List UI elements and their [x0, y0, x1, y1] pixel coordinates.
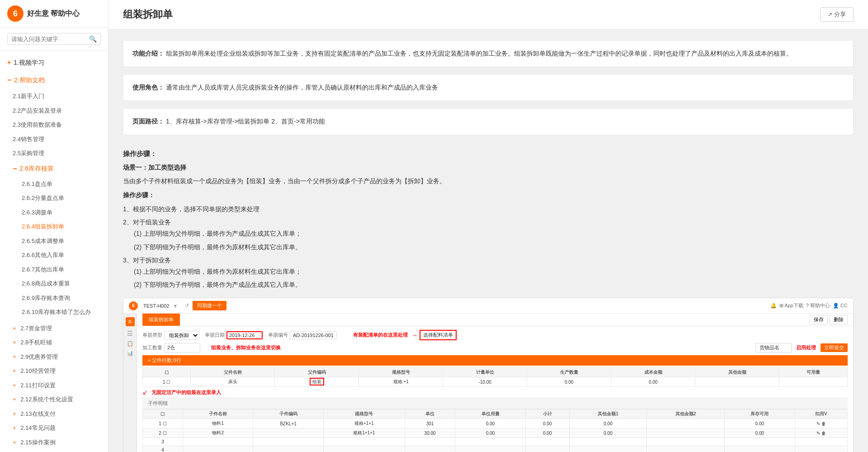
print-plus: + [13, 382, 16, 389]
mock-child-col-code: 子件编码 [253, 409, 323, 419]
mock-child-r2-other1: 0.00 [569, 428, 647, 438]
mock-child-r2-unit: 30.00 [405, 428, 455, 438]
mock-child-r1-qty: 0.00 [455, 419, 525, 428]
mock-delete-btn[interactable]: 删除 [830, 315, 848, 324]
mock-row1-spec: 规格:+1 [359, 377, 443, 387]
nav-list: + 1.视频学习 − 2.帮助文档 2.1新手入门 2.2产品安装及登录 2.3… [0, 51, 108, 452]
mock-count-field: 加工数量 2仓 [142, 343, 200, 352]
scenario1-title: 场景一：加工类型选择 [123, 164, 854, 172]
mock-child-col-other2: 其他金额2 [647, 409, 725, 419]
sidebar-item-print[interactable]: + 2.11打印设置 [13, 378, 108, 393]
mock-no-field: 单据编号 AD-20191226-001 [268, 331, 337, 339]
sidebar-item-2610[interactable]: 2.6.10库存账本错了怎么办 [22, 305, 108, 319]
sidebar-sub-list: 2.1新手入门 2.2产品安装及登录 2.3使用前数据准备 2.4销售管理 2.… [0, 89, 108, 449]
mock-child-r2-stock: 0.00 [725, 428, 795, 438]
sidebar-item-inventory-label: 2.6库存核算 [19, 164, 53, 173]
mock-refresh-icon: ↺ [185, 303, 189, 309]
app-title: 好生意 帮助中心 [27, 9, 80, 19]
mock-date-value[interactable]: 2019-12-26 [226, 331, 263, 339]
search-box: 🔍 [0, 28, 108, 51]
mock-row1-cost: 0.00 [611, 377, 695, 387]
sidebar-item-262[interactable]: 2.6.2分量盘点单 [22, 191, 108, 205]
mock-col-other-amount: 其他金额 [695, 368, 779, 377]
sidebar-item-data-prep[interactable]: 2.3使用前数据准备 [13, 118, 108, 132]
mock-parent-table: ☐ 父件名称 父件编码 规格型号 计量单位 生产数量 成本金额 其他金额 [142, 367, 848, 387]
sidebar-item-faq[interactable]: + 2.14常见问题 [13, 421, 108, 435]
sidebar-item-system[interactable]: + 2.12系统个性化设置 [13, 392, 108, 407]
arrow-icon-5: ↙ [142, 389, 148, 396]
mock-content: 组装拆卸单 保存 删除 [137, 314, 853, 452]
mock-add-label: + 父件行数:0行 [148, 357, 181, 364]
mock-child-r2-subtotal: 0.00 [525, 428, 569, 438]
mock-count-value[interactable]: 2仓 [164, 343, 200, 352]
sidebar-item-263[interactable]: 2.6.3调拨单 [22, 205, 108, 220]
mock-header-right: 🔔 ⊞ App下载 ? 帮助中心 👤 CC [770, 302, 848, 309]
mock-logo-icon: 6 [129, 301, 138, 310]
role-label: 使用角色： [132, 84, 164, 91]
operations-section: 操作步骤： 场景一：加工类型选择 当由多个子件材料组装成一个成品的业务为【组装】… [123, 143, 854, 452]
scenario1-intro: 当由多个子件材料组装成一个成品的业务为【组装】业务，当由一个父件拆分成多个子产品… [123, 176, 854, 187]
mock-tab-active[interactable]: 组装拆卸单 [142, 314, 180, 326]
search-button[interactable]: 🔍 [89, 35, 97, 43]
mock-config-btn[interactable]: 选择配料清单 [420, 330, 457, 340]
sidebar-item-266[interactable]: 2.6.6其他入库单 [22, 248, 108, 262]
screenshot-container: 6 TEST-H002 ▼ ↺ 同期建一个 🔔 ⊞ App下载 ? 帮助中心 [123, 298, 854, 452]
mock-search-field[interactable]: 货物品名 [755, 343, 792, 352]
sidebar-item-265[interactable]: 2.6.5成本调整单 [22, 234, 108, 248]
mock-col-unit-count: 计量单位 [443, 368, 527, 377]
sidebar-item-newcomer[interactable]: 2.1新手入门 [13, 89, 108, 104]
sidebar-item-mobile[interactable]: + 2.8手机旺铺 [13, 335, 108, 350]
search-input[interactable] [11, 36, 89, 43]
sidebar-item-finance[interactable]: + 2.7资金管理 [13, 321, 108, 336]
mock-child-r2-name: 物料2 [183, 428, 253, 438]
sidebar-item-264[interactable]: 2.6.4组装拆卸单 [22, 219, 108, 234]
mock-tab-bar: 组装拆卸单 保存 删除 [137, 314, 853, 326]
sidebar-item-operation[interactable]: + 2.10经营管理 [13, 364, 108, 378]
sidebar-item-purchase[interactable]: 2.5采购管理 [13, 146, 108, 161]
mobile-plus: + [13, 339, 16, 346]
sidebar-item-purchase-label: 2.5采购管理 [13, 150, 44, 157]
sidebar-item-269[interactable]: 2.6.9库存账本查询 [22, 291, 108, 305]
sidebar-item-cases[interactable]: + 2.15操作案例 [13, 435, 108, 450]
path-text: 1、库存核算->库存管理->组装拆卸单 2、首页->常用功能 [166, 118, 325, 125]
scenario1-ops-title: 操作步骤： [123, 190, 854, 201]
mock-side-icon-2: ☰ [127, 330, 133, 337]
sidebar-item-261[interactable]: 2.6.1盘点单 [22, 177, 108, 191]
sub-step-3-1: (1) 上部明细为父件明细，最终作为原材料生成其它出库单； [134, 266, 854, 277]
search-wrapper[interactable]: 🔍 [7, 33, 101, 45]
mock-no-value[interactable]: AD-20191226-001 [290, 331, 337, 339]
annotation-text-3: 组装业务、拆卸业务在这里切换 [211, 344, 281, 351]
mock-col-check: ☐ [143, 368, 191, 377]
sidebar-item-268[interactable]: 2.6.8商品成本重算 [22, 276, 108, 291]
sidebar-item-inventory[interactable]: − 2.6库存核算 [13, 161, 108, 177]
main-header: 组装拆卸单 ↗ 分享 [108, 0, 868, 29]
sidebar-item-install-label: 2.2产品安装及登录 [13, 107, 62, 114]
mock-col-spec: 规格型号 [359, 368, 443, 377]
role-section: 使用角色： 通常由生产人员或库管人员完成拆装业务的操作，库管人员确认原材料的出库… [123, 74, 854, 101]
sidebar-item-sales[interactable]: 2.4销售管理 [13, 132, 108, 147]
mock-row1-prod: 0.00 [527, 377, 611, 387]
function-intro-text: 组装拆卸单用来处理企业组装或拆卸等加工业务，支持有固定装配清单的产品加工业务，也… [166, 50, 793, 57]
mock-child-r2-op: ✎ 🗑 [795, 428, 847, 438]
minus-icon: − [7, 75, 11, 86]
mock-apps-icon: ⊞ App下载 [779, 302, 803, 309]
mock-side-nav: 首 ☰ 📋 📊 [123, 314, 137, 452]
sidebar-item-install[interactable]: 2.2产品安装及登录 [13, 104, 108, 118]
finance-plus: + [13, 325, 16, 332]
sidebar-item-video[interactable]: + 1.视频学习 [0, 54, 108, 71]
mock-child-r1-name: 物料1 [183, 419, 253, 428]
sidebar-item-docs[interactable]: − 2.帮助文档 [0, 71, 108, 89]
share-button[interactable]: ↗ 分享 [820, 7, 854, 22]
mock-type-select[interactable]: 组装拆卸 [164, 331, 199, 340]
mock-col-prod-count: 生产数量 [527, 368, 611, 377]
mock-save-btn[interactable]: 保存 [810, 315, 828, 324]
mock-child-col-subtotal: 小计 [525, 409, 569, 419]
mock-new-btn[interactable]: 同期建一个 [193, 301, 226, 310]
mock-child-r2-other2 [647, 428, 725, 438]
mock-child-r1-other1: 0.00 [569, 419, 647, 428]
sidebar-item-online-pay[interactable]: + 2.13在线支付 [13, 407, 108, 421]
sidebar-item-coupon[interactable]: + 2.9优惠券管理 [13, 350, 108, 364]
sidebar-item-267[interactable]: 2.6.7其他出库单 [22, 262, 108, 277]
path-section: 页面路径： 1、库存核算->库存管理->组装拆卸单 2、首页->常用功能 [123, 108, 854, 135]
mock-confirm-btn[interactable]: 立即提交 [821, 343, 848, 352]
